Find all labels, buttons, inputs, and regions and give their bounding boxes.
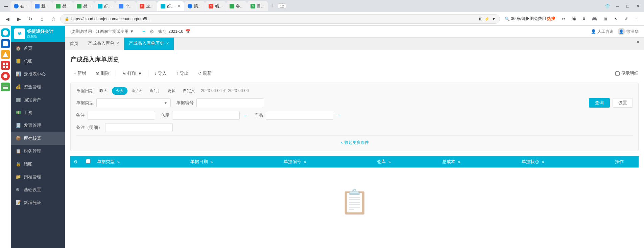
page-tab-history-close-icon[interactable]: ✕ bbox=[166, 41, 169, 46]
collapse-button[interactable]: ∧ 收起更多条件 bbox=[340, 138, 369, 147]
type-select[interactable]: ▼ bbox=[96, 98, 171, 107]
refresh-button[interactable]: ↺ 刷新 bbox=[195, 69, 215, 78]
breadcrumb-home[interactable]: 首页 bbox=[65, 38, 83, 49]
more-date-btn[interactable]: 更多 bbox=[164, 87, 178, 95]
tab-7[interactable]: C 企... bbox=[136, 1, 157, 11]
table-col-gear[interactable]: ⚙ bbox=[70, 156, 82, 167]
number-input[interactable] bbox=[196, 98, 264, 107]
table-col-status[interactable]: 单据状态 ⇅ bbox=[518, 156, 612, 167]
settings-button[interactable]: 设置 bbox=[613, 98, 633, 108]
sidebar-item-archive[interactable]: 📁 归档管理 bbox=[11, 171, 65, 183]
app-icon-4[interactable] bbox=[1, 61, 10, 70]
sidebar-item-invoice[interactable]: 🧾 发票管理 bbox=[11, 119, 65, 132]
warehouse-input[interactable] bbox=[172, 111, 240, 120]
tab-10[interactable]: M 畅... bbox=[205, 1, 226, 11]
select-all-checkbox[interactable] bbox=[86, 159, 90, 163]
import-button[interactable]: ↓ 导入 bbox=[151, 69, 170, 78]
company-selector[interactable]: (勿删勿禁用）江西服宝测试专用 ▼ bbox=[70, 29, 134, 35]
table-col-number[interactable]: 单据编号 ⇅ bbox=[280, 156, 374, 167]
sidebar-item-home[interactable]: 🏠 首页 bbox=[11, 42, 65, 55]
app-icon-2[interactable] bbox=[1, 39, 10, 48]
table-col-warehouse[interactable]: 仓库 ⇅ bbox=[374, 156, 439, 167]
sidebar-item-funds[interactable]: 💰 资金管理 bbox=[11, 81, 65, 93]
forward-button[interactable]: ▶ bbox=[14, 14, 24, 24]
remark-input[interactable] bbox=[88, 111, 155, 120]
export-button[interactable]: ↑ 导出 bbox=[173, 69, 192, 78]
tab-3[interactable]: 易... bbox=[52, 1, 73, 11]
sidebar-item-newrecord[interactable]: 📝 新增凭证 bbox=[11, 196, 65, 209]
scissors-tool[interactable]: ✂ bbox=[559, 15, 568, 23]
app-icon-6[interactable] bbox=[1, 83, 10, 91]
tab-12[interactable]: S 目... bbox=[247, 1, 268, 11]
sidebar-item-reports[interactable]: 📊 云报表中心 bbox=[11, 68, 65, 81]
browser-back-icon[interactable]: ⬅ bbox=[1, 2, 10, 10]
user-info[interactable]: 👤 徐泽华 bbox=[618, 28, 639, 35]
page-tab-list-close-icon[interactable]: ✕ bbox=[116, 41, 119, 46]
content-close-button[interactable]: ✕ bbox=[632, 38, 644, 47]
delete-button[interactable]: ⊘ 删除 bbox=[92, 69, 113, 78]
wallet-tool[interactable]: ¥ bbox=[580, 15, 588, 23]
sidebar-item-tax[interactable]: 📋 税务管理 bbox=[11, 145, 65, 158]
print-button[interactable]: 🖨 打印 ▼ bbox=[119, 69, 146, 78]
app-icon-3[interactable] bbox=[1, 50, 10, 59]
table-col-date[interactable]: 单据日期 ⇅ bbox=[187, 156, 280, 167]
add-account-button[interactable]: + bbox=[142, 28, 145, 35]
table-col-type[interactable]: 单据类型 ⇅ bbox=[94, 156, 187, 167]
back-button[interactable]: ◀ bbox=[3, 14, 12, 24]
tab-6[interactable]: 个... bbox=[115, 1, 136, 11]
tab-11[interactable]: 各... bbox=[226, 1, 247, 11]
tab-9[interactable]: 腾... bbox=[184, 1, 205, 11]
show-cols-checkbox[interactable] bbox=[615, 71, 620, 76]
new-tab-button[interactable]: + bbox=[268, 1, 278, 11]
sidebar-item-fixed[interactable]: 🏢 固定资产 bbox=[11, 93, 65, 106]
undo-tool[interactable]: ↺ bbox=[622, 15, 630, 23]
app-icon-5[interactable] bbox=[1, 72, 10, 81]
tab-count-badge[interactable]: 12 bbox=[278, 3, 286, 9]
product-dots-btn[interactable]: ··· bbox=[336, 113, 342, 118]
detail-remark-input[interactable] bbox=[105, 123, 173, 132]
service-button[interactable]: 👤 人工咨询 bbox=[591, 29, 614, 35]
maximize-icon[interactable]: □ bbox=[623, 1, 633, 11]
more-tool[interactable]: ⋯ bbox=[632, 15, 641, 23]
home-button[interactable]: ⌂ bbox=[37, 14, 47, 24]
address-bar[interactable]: 🔒 https://cloud.chanjet.com/accounting/u… bbox=[60, 14, 500, 24]
minimize-icon[interactable]: ─ bbox=[613, 1, 622, 11]
sidebar-item-closing[interactable]: 🔒 结账 bbox=[11, 158, 65, 171]
translate-tool[interactable]: 译 bbox=[569, 15, 579, 23]
tab-8-close-icon[interactable]: ✕ bbox=[177, 4, 181, 8]
close-icon[interactable]: ✕ bbox=[633, 1, 643, 11]
sidebar-item-ledger[interactable]: 📒 总账 bbox=[11, 55, 65, 68]
yesterday-btn[interactable]: 昨天 bbox=[96, 87, 111, 95]
dropdown-icon[interactable]: ▼ bbox=[492, 17, 496, 21]
page-tab-history[interactable]: 产成品入库单历史 ✕ bbox=[124, 38, 174, 50]
refresh-button[interactable]: ↻ bbox=[26, 14, 35, 24]
game-tool[interactable]: 🎮 bbox=[589, 15, 600, 23]
warehouse-dots-btn[interactable]: ··· bbox=[242, 113, 249, 118]
query-button[interactable]: 查询 bbox=[589, 98, 610, 108]
calendar-icon[interactable]: 📅 bbox=[185, 29, 190, 34]
month-btn[interactable]: 近1月 bbox=[147, 87, 163, 95]
table-col-checkbox[interactable] bbox=[82, 156, 94, 167]
week-btn[interactable]: 近7天 bbox=[129, 87, 145, 95]
tab-4[interactable]: 易... bbox=[73, 1, 94, 11]
page-tab-list[interactable]: 产成品入库单 ✕ bbox=[83, 38, 124, 50]
add-button[interactable]: + 新增 bbox=[70, 69, 90, 78]
table-col-cost[interactable]: 总成本 ⇅ bbox=[439, 156, 518, 167]
custom-btn[interactable]: 自定义 bbox=[180, 87, 198, 95]
tab-5[interactable]: 好... bbox=[94, 1, 115, 11]
theme-tool[interactable]: ☀ bbox=[611, 15, 620, 23]
today-btn[interactable]: 今天 bbox=[112, 87, 127, 95]
header-settings-button[interactable]: ⚙ bbox=[149, 28, 154, 35]
sidebar-item-payroll[interactable]: 💵 工资 bbox=[11, 106, 65, 119]
product-input[interactable] bbox=[266, 111, 333, 120]
sidebar-item-inventory[interactable]: 📦 库存核算 bbox=[11, 132, 65, 145]
sidebar-item-basic[interactable]: ⚙ 基础设置 bbox=[11, 183, 65, 196]
tab-2[interactable]: 新... bbox=[31, 1, 52, 11]
tab-8[interactable]: 好... ✕ bbox=[157, 1, 184, 11]
app-icon-1[interactable] bbox=[1, 28, 10, 37]
tab-1[interactable]: 在... bbox=[10, 1, 31, 11]
grid-tool[interactable]: ⊞ bbox=[601, 15, 610, 23]
search-tool[interactable]: 🔍 360智能抠图免费用 热搜 bbox=[502, 15, 558, 23]
bookmark-button[interactable]: ☆ bbox=[49, 14, 58, 24]
shirt-icon[interactable]: 👕 bbox=[603, 1, 612, 11]
